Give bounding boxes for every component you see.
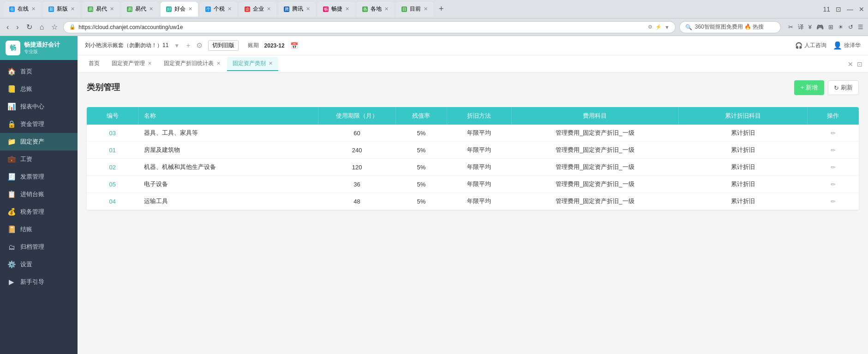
bookmark-button[interactable]: ☆ <box>49 22 60 32</box>
sidebar-item-tax[interactable]: 💰 税务管理 <box>0 203 78 221</box>
sidebar-item-close-account[interactable]: 📔 结账 <box>0 221 78 238</box>
tax-icon: 💰 <box>7 208 16 216</box>
sidebar-item-home[interactable]: 🏠 首页 <box>0 63 78 80</box>
edit-icon-1[interactable]: ✏ <box>831 147 836 154</box>
sidebar-item-payroll[interactable]: 💼 工资 <box>0 150 78 168</box>
browser-toolbar: ✂ 译 ¥ 🎮 ⊞ ☀ ↺ ☰ <box>788 23 863 31</box>
page-body: 类别管理 + 新增 ↻ 刷新 编号 名称 使用期限（月） 残值率 <box>78 73 868 354</box>
browser-tab-new[interactable]: 新 新版 ✕ <box>43 2 80 17</box>
brightness-icon[interactable]: ☀ <box>838 24 844 30</box>
tab-fixed-asset-mgmt-close[interactable]: ✕ <box>148 60 152 66</box>
browser-tab-enterprise[interactable]: 企 企业 ✕ <box>239 2 276 17</box>
page-title: 类别管理 <box>87 82 120 93</box>
tab-expand-icon[interactable]: ⊡ <box>857 60 862 68</box>
home-button[interactable]: ⌂ <box>38 22 46 32</box>
toolbar: + 新增 ↻ 刷新 <box>794 80 859 95</box>
game-icon[interactable]: 🎮 <box>816 24 824 30</box>
cell-action-1: ✏ <box>807 142 859 159</box>
refresh-button[interactable]: ↻ 刷新 <box>828 80 859 95</box>
new-tab-button[interactable]: + <box>439 4 444 14</box>
dropdown-arrow-icon[interactable]: ▼ <box>174 42 180 49</box>
search-bar[interactable]: 🔍 360智能抠图免费用 🔥 热搜 <box>679 21 781 33</box>
edit-icon-3[interactable]: ✏ <box>831 181 836 188</box>
tab-asset-category-close[interactable]: ✕ <box>269 60 273 66</box>
edit-icon-4[interactable]: ✏ <box>831 198 836 205</box>
old-version-button[interactable]: 切到旧版 <box>208 40 239 51</box>
col-name: 名称 <box>138 107 318 125</box>
browser-close[interactable]: ✕ <box>859 6 864 13</box>
settings-gear-icon[interactable]: ⚙ <box>196 41 203 50</box>
add-account-icon[interactable]: + <box>186 42 190 50</box>
tab-home[interactable]: 首页 <box>83 57 105 71</box>
sidebar-item-settings[interactable]: ⚙️ 设置 <box>0 256 78 273</box>
consult-btn[interactable]: 🎧 人工咨询 <box>795 42 826 49</box>
yuan-icon[interactable]: ¥ <box>808 24 812 30</box>
browser-tab-online[interactable]: 在 在线 ✕ <box>4 2 41 17</box>
browser-tab-tencent[interactable]: 腾 腾讯 ✕ <box>278 2 316 17</box>
sidebar-label-ledger2: 进销台账 <box>20 190 44 198</box>
browser-tab-yid1[interactable]: 易 易代 ✕ <box>82 2 120 17</box>
sidebar-item-reports[interactable]: 📊 报表中心 <box>0 98 78 115</box>
sidebar-item-invoice[interactable]: 🧾 发票管理 <box>0 168 78 186</box>
sidebar-label-tax: 税务管理 <box>20 208 44 216</box>
col-action: 操作 <box>807 107 859 125</box>
reload-button[interactable]: ↻ <box>24 22 34 32</box>
sidebar-item-guide[interactable]: ▶ 新手引导 <box>0 273 78 291</box>
browser-tab-changjie[interactable]: 畅 畅捷 ✕ <box>317 2 355 17</box>
add-button[interactable]: + 新增 <box>794 80 824 95</box>
category-table: 编号 名称 使用期限（月） 残值率 折旧方法 费用科目 累计折旧科目 操作 03 <box>87 107 859 210</box>
browser-minimize[interactable]: 11 <box>823 6 830 13</box>
payroll-icon: 💼 <box>7 155 16 163</box>
tab-close-icon[interactable]: ✕ <box>848 60 853 68</box>
funds-icon: 🔒 <box>7 120 16 128</box>
app-layout: 畅 畅捷通好会计 专业版 🏠 首页 📒 总账 📊 报表中心 🔒 资金管 <box>0 36 868 354</box>
invoice-icon: 🧾 <box>7 173 16 181</box>
col-acc-subject: 累计折旧科目 <box>679 107 808 125</box>
user-info: 刘小艳演示账套（勿删勿动！）11 <box>85 42 168 49</box>
browser-tab-haokuai[interactable]: 好 好会 ✕ <box>161 2 198 17</box>
browser-tab-yid2[interactable]: 易 易代 ✕ <box>121 2 159 17</box>
browser-restore[interactable]: ⊡ <box>836 6 841 13</box>
undo-icon[interactable]: ↺ <box>848 24 853 30</box>
translate-icon[interactable]: 译 <box>798 23 804 31</box>
sidebar-item-ledger[interactable]: 📒 总账 <box>0 80 78 98</box>
tab-asset-category-label: 固定资产类别 <box>233 60 266 67</box>
tab-fixed-asset-mgmt-label: 固定资产管理 <box>112 60 145 67</box>
cell-code-4: 04 <box>87 193 138 210</box>
back-button[interactable]: ‹ <box>5 22 11 32</box>
cell-method-3: 年限平均 <box>447 176 511 193</box>
sidebar-item-ledger2[interactable]: 📋 进销台账 <box>0 186 78 203</box>
sidebar-item-funds[interactable]: 🔒 资金管理 <box>0 115 78 133</box>
tab-fixed-asset-mgmt[interactable]: 固定资产管理 ✕ <box>106 57 157 71</box>
user-avatar-icon: 👤 <box>833 41 842 50</box>
cell-subject-4: 管理费用_固定资产折旧_一级 <box>511 193 678 210</box>
address-bar-dropdown-icon[interactable]: ▼ <box>664 24 670 30</box>
tab-depreciation-stats[interactable]: 固定资产折旧统计表 ✕ <box>158 57 226 71</box>
browser-tab-geshui[interactable]: 个 个税 ✕ <box>200 2 237 17</box>
address-bar[interactable]: 🔒 https://cloud.chanjet.com/accounting/u… <box>63 21 675 33</box>
search-icon: 🔍 <box>685 24 692 30</box>
browser-maximize[interactable]: — <box>847 6 853 13</box>
browser-tab-gedi[interactable]: 各 各地 ✕ <box>357 2 394 17</box>
tab-depreciation-stats-close[interactable]: ✕ <box>216 60 221 66</box>
grid-icon[interactable]: ⊞ <box>828 24 833 30</box>
cell-name-2: 机器、机械和其他生产设备 <box>138 159 318 176</box>
cut-icon[interactable]: ✂ <box>788 24 793 30</box>
sidebar-item-archive[interactable]: 🗂 归档管理 <box>0 238 78 256</box>
menu-icon[interactable]: ☰ <box>858 24 863 30</box>
sidebar-label-ledger: 总账 <box>20 85 32 93</box>
sidebar-label-funds: 资金管理 <box>20 120 44 128</box>
sidebar-label-close-account: 结账 <box>20 225 32 234</box>
sidebar-label-reports: 报表中心 <box>20 102 44 111</box>
browser-tab-muqian[interactable]: 目 目前 ✕ <box>396 2 433 17</box>
sidebar-label-archive: 归档管理 <box>20 243 44 251</box>
edit-icon-2[interactable]: ✏ <box>831 164 836 171</box>
calendar-icon[interactable]: 📅 <box>290 42 298 49</box>
edit-icon-0[interactable]: ✏ <box>831 130 836 137</box>
cell-months-4: 48 <box>318 193 395 210</box>
forward-button[interactable]: › <box>14 22 20 32</box>
tab-asset-category[interactable]: 固定资产类别 ✕ <box>227 57 278 71</box>
cell-acc-3: 累计折旧 <box>679 176 808 193</box>
ledger-icon: 📒 <box>7 85 16 93</box>
sidebar-item-fixed-assets[interactable]: 📁 固定资产 <box>0 133 78 150</box>
